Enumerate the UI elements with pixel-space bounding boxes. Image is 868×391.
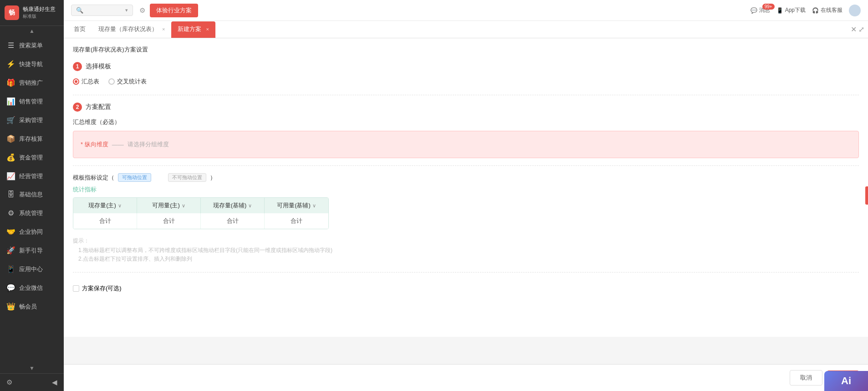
- sidebar-item-label-3: 销售管理: [19, 98, 43, 106]
- search-input[interactable]: [86, 7, 123, 14]
- app-name: 畅康通好生意: [23, 6, 56, 13]
- dimension-dash: ——: [112, 141, 124, 148]
- sidebar-item-1[interactable]: ⚡快捷导航: [0, 55, 64, 73]
- sidebar-item-9[interactable]: ⚙系统管理: [0, 204, 64, 222]
- sidebar-logo: 畅 畅康通好生意 标准版: [0, 0, 64, 26]
- stats-body-row: 合计 合计 合计 合计: [73, 213, 328, 229]
- resize-handle[interactable]: [865, 186, 868, 205]
- stats-col-1-chevron[interactable]: ∨: [182, 203, 185, 209]
- collapse-icon[interactable]: ◀: [52, 378, 57, 386]
- indicator-suffix: ）: [210, 174, 216, 182]
- tab-new-scheme-label: 新建方案: [178, 25, 201, 33]
- sidebar-item-11[interactable]: 🚀新手引导: [0, 241, 64, 260]
- step1-title: 选择模板: [86, 62, 111, 71]
- app-label: App下载: [785, 6, 806, 14]
- page-content: 现存量(库存状况表)方案设置 1 选择模板 汇总表 交叉统计: [64, 38, 868, 364]
- sidebar-item-14[interactable]: 👑畅会员: [0, 297, 64, 316]
- sidebar-item-8[interactable]: 🗄基础信息: [0, 185, 64, 204]
- divider-3: [73, 272, 859, 273]
- topbar: 🔍 ▾ ⚙ 体验行业方案 💬 消息 99+ 📱 App下载 🎧 在线客服: [64, 0, 868, 21]
- step1-block: 1 选择模板 汇总表 交叉统计表: [73, 62, 859, 86]
- sidebar-item-13[interactable]: 💬企业微信: [0, 278, 64, 297]
- tab-new-scheme[interactable]: 新建方案 ×: [171, 21, 215, 38]
- tab-home[interactable]: 首页: [67, 21, 92, 38]
- stats-col-2[interactable]: 现存量(基辅) ∨: [201, 198, 265, 213]
- stats-col-3-chevron[interactable]: ∨: [312, 203, 316, 209]
- step2-block: 2 方案配置 汇总维度（必选） * 纵向维度 —— 请选择分组维度 模板指标设定…: [73, 103, 859, 263]
- topbar-messages[interactable]: 💬 消息 99+: [751, 6, 770, 14]
- sidebar-item-4[interactable]: 🛒采购管理: [0, 111, 64, 129]
- sidebar-footer: ⚙ ◀: [0, 373, 64, 391]
- topbar-app-download[interactable]: 📱 App下载: [776, 6, 806, 14]
- tab-close-all-icon[interactable]: ✕: [851, 25, 857, 34]
- sidebar-item-6[interactable]: 💰资金管理: [0, 148, 64, 167]
- radio-cross-label: 交叉统计表: [117, 77, 147, 86]
- sidebar-item-2[interactable]: 🎁营销推广: [0, 73, 64, 92]
- tab-inventory-close[interactable]: ×: [160, 26, 165, 32]
- indicator-settings-label: 模板指标设定（ 可拖动位置 不可拖动位置 ）: [73, 173, 859, 182]
- radio-cross-table[interactable]: 交叉统计表: [108, 77, 147, 86]
- stats-section: 统计指标 现存量(主) ∨ 可用量(主) ∨: [73, 185, 859, 231]
- stats-col-0[interactable]: 现存量(主) ∨: [73, 198, 137, 213]
- sidebar-item-icon-6: 💰: [6, 153, 15, 162]
- tab-expand-icon[interactable]: ⤢: [858, 25, 864, 34]
- sidebar-item-12[interactable]: 📱应用中心: [0, 260, 64, 278]
- user-avatar[interactable]: [849, 5, 861, 16]
- sidebar-item-0[interactable]: ☰搜索菜单: [0, 36, 64, 55]
- tip-item-1: 2.点击标题栏下拉可设置排序、插入列和删除列: [73, 255, 859, 263]
- sidebar-item-5[interactable]: 📦库存核算: [0, 129, 64, 148]
- sidebar-item-label-6: 资金管理: [19, 154, 43, 162]
- stats-col-0-chevron[interactable]: ∨: [118, 203, 122, 209]
- sidebar-item-label-8: 基础信息: [19, 190, 43, 199]
- radio-summary-table[interactable]: 汇总表: [73, 77, 99, 86]
- step1-content: 汇总表 交叉统计表: [73, 77, 859, 86]
- industry-btn[interactable]: 体验行业方案: [150, 4, 198, 17]
- sidebar-item-label-7: 经营管理: [19, 172, 43, 180]
- sidebar-item-10[interactable]: 🤝企业协同: [0, 222, 64, 241]
- save-scheme-checkbox[interactable]: 方案保存(可选): [73, 284, 122, 293]
- cancel-button[interactable]: 取消: [790, 370, 822, 386]
- sidebar-scroll-up[interactable]: ▲: [0, 26, 64, 36]
- divider-2: [73, 165, 859, 166]
- sidebar-item-icon-5: 📦: [6, 134, 15, 143]
- sidebar-item-label-10: 企业协同: [19, 228, 43, 236]
- search-dropdown-icon[interactable]: ▾: [125, 7, 128, 13]
- sidebar-item-7[interactable]: 📈经营管理: [0, 167, 64, 185]
- settings-title: 现存量(库存状况表)方案设置: [73, 46, 859, 54]
- stats-col-2-chevron[interactable]: ∨: [248, 203, 252, 209]
- service-icon: 🎧: [812, 7, 819, 14]
- sidebar-item-label-11: 新手引导: [19, 247, 43, 255]
- tab-home-label: 首页: [74, 25, 86, 33]
- sidebar-item-icon-4: 🛒: [6, 116, 15, 124]
- sidebar-item-label-12: 应用中心: [19, 265, 43, 273]
- sidebar-item-3[interactable]: 📊销售管理: [0, 92, 64, 111]
- step1-number: 1: [73, 62, 82, 71]
- sidebar-item-label-4: 采购管理: [19, 116, 43, 124]
- tab-inventory[interactable]: 现存量（库存状况表） ×: [92, 21, 171, 38]
- stats-col-1[interactable]: 可用量(主) ∨: [137, 198, 201, 213]
- sidebar-item-icon-9: ⚙: [6, 209, 15, 217]
- sidebar-scroll-down[interactable]: ▼: [0, 363, 64, 373]
- stats-col-1-label: 可用量(主): [152, 201, 180, 210]
- ai-float-button[interactable]: Ai: [824, 371, 868, 391]
- footer-bar: 取消 查询: [64, 364, 868, 391]
- required-dimension-box[interactable]: * 纵向维度 —— 请选择分组维度: [73, 131, 859, 158]
- topbar-online-service[interactable]: 🎧 在线客服: [812, 6, 842, 14]
- sidebar-item-label-2: 营销推广: [19, 79, 43, 87]
- stats-col-3[interactable]: 可用量(基辅) ∨: [265, 198, 328, 213]
- non-draggable-badge: 不可拖动位置: [168, 173, 206, 182]
- topbar-gear-icon[interactable]: ⚙: [139, 6, 145, 15]
- tab-inventory-label: 现存量（库存状况表）: [98, 25, 158, 33]
- step2-content: 汇总维度（必选） * 纵向维度 —— 请选择分组维度 模板指标设定（ 可拖动位置…: [73, 118, 859, 263]
- radio-cross-dot: [108, 78, 115, 85]
- sidebar-item-icon-1: ⚡: [6, 60, 15, 68]
- radio-summary-dot: [73, 78, 79, 85]
- search-box[interactable]: 🔍 ▾: [71, 5, 133, 16]
- sidebar-item-label-9: 系统管理: [19, 209, 43, 217]
- stats-cell-0: 合计: [73, 213, 137, 229]
- tab-new-scheme-close[interactable]: ×: [204, 26, 209, 32]
- settings-icon[interactable]: ⚙: [6, 378, 12, 386]
- tabbar-actions: ✕ ⤢: [851, 25, 868, 34]
- ai-label: Ai: [841, 375, 851, 387]
- stats-cell-3: 合计: [265, 213, 328, 229]
